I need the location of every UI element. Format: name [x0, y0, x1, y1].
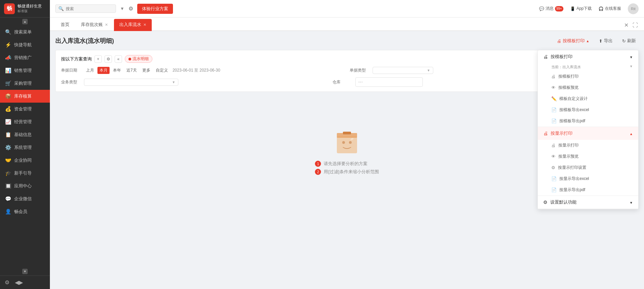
tab-flow-close[interactable]: ✕ [143, 23, 146, 27]
display-print-header[interactable]: 🖨 按显示打印 [538, 127, 638, 140]
template-current-label: 当前：出入库流水 ▼ [538, 63, 638, 71]
display-preview-item-label: 按显示预览 [558, 154, 579, 159]
sidebar-item-quicknav[interactable]: ⚡ 快捷导航 [0, 38, 50, 51]
sidebar-item-operations[interactable]: 📈 经营管理 [0, 115, 50, 128]
date-prev-month[interactable]: 上月 [84, 67, 96, 74]
sidebar-scroll-bottom[interactable]: ▼ [0, 267, 50, 275]
dropdown-arrow-icon: ▼ [120, 6, 124, 11]
step2-text: 用[过滤]条件来缩小分析范围 [324, 169, 379, 175]
date-more[interactable]: 更多 [140, 67, 152, 74]
sidebar-item-finance[interactable]: 💰 资金管理 [0, 103, 50, 115]
sidebar-item-purchase[interactable]: 🛒 采购管理 [0, 77, 50, 90]
display-print-section: 🖨 按显示打印 🖨 按显示打印 👁 按显示预览 [538, 127, 638, 196]
sidebar-item-label: 采购管理 [14, 80, 32, 86]
filter-add-btn[interactable]: + [94, 55, 102, 63]
sidebar-item-newbie[interactable]: 🎓 新手引导 [0, 167, 50, 180]
scroll-down-arrow[interactable]: ▼ [22, 269, 28, 274]
print-action-btn[interactable]: 🖨 按模板打印 ▲ [554, 36, 592, 45]
display-print-item[interactable]: 🖨 按显示打印 [538, 140, 638, 151]
empty-svg [330, 123, 364, 157]
template-preview-item[interactable]: 👁 按模板预览 [538, 82, 638, 93]
brand-name: 畅捷通好生意 [18, 4, 42, 9]
tab-batch[interactable]: 库存批次账 ✕ [76, 19, 113, 31]
template-print-item[interactable]: 🖨 按模板打印 [538, 71, 638, 82]
filter-warehouse-select[interactable]: ··· [355, 77, 423, 87]
scroll-up-arrow[interactable]: ▲ [22, 19, 28, 24]
tab-home[interactable]: 首页 [55, 19, 75, 31]
sidebar-item-label: 企业协同 [14, 157, 32, 163]
empty-illustration [330, 123, 364, 157]
tabbar-right: ✕ ⛶ [623, 21, 639, 30]
topbar-search-box[interactable]: 🔍 [55, 4, 116, 13]
display-settings-item[interactable]: ⚙ 按显示打印设置 [538, 162, 638, 173]
svg-rect-0 [337, 136, 357, 153]
trial-btn[interactable]: 体验行业方案 [137, 4, 173, 14]
sidebar-item-system[interactable]: ⚙️ 系统管理 [0, 141, 50, 154]
user-avatar[interactable]: Rit [628, 3, 639, 14]
template-custom-item[interactable]: ✏️ 模板自定义设计 [538, 93, 638, 104]
display-excel-item[interactable]: 📄 按显示导出excel [538, 173, 638, 184]
filter-header-label: 按以下方案查询 [61, 56, 92, 62]
export-label: 导出 [604, 38, 613, 44]
display-print-item-label: 按显示打印 [558, 142, 579, 148]
topbar-gear-icon[interactable]: ⚙ [128, 5, 133, 12]
msg-button[interactable]: 💬 消息 99+ [539, 6, 563, 11]
svg-point-3 [342, 141, 345, 144]
template-pdf-item[interactable]: 📄 按模板导出pdf [538, 115, 638, 127]
set-default-chevron [630, 200, 633, 205]
empty-steps: 1 请先选择要分析的方案 2 用[过滤]条件来缩小分析范围 [315, 161, 379, 175]
chat-icon: 💬 [5, 196, 11, 202]
current-template-arrow: ▼ [630, 64, 633, 68]
sidebar-item-appcenter[interactable]: 🔲 应用中心 [0, 180, 50, 192]
sidebar-item-label: 应用中心 [14, 183, 32, 189]
display-preview-item[interactable]: 👁 按显示预览 [538, 151, 638, 162]
service-button[interactable]: 🎧 在线客服 [598, 6, 621, 11]
sidebar-item-inventory[interactable]: 📦 库存核算 [0, 90, 50, 103]
filter-doctype-select[interactable]: ▼ [373, 67, 433, 74]
date-current-month[interactable]: 本月 [97, 67, 110, 74]
sidebar-item-sales[interactable]: 📊 销售管理 [0, 64, 50, 77]
filter-collapse-btn[interactable]: « [115, 55, 122, 63]
tab-flow[interactable]: 出入库流水 ✕ [114, 19, 152, 31]
filter-biztype-select[interactable]: ▼ [84, 79, 178, 86]
filter-settings-btn[interactable]: ⚙ [105, 55, 112, 63]
sidebar-item-search[interactable]: 🔍 搜索菜单 [0, 26, 50, 38]
sidebar-nav: 🔍 搜索菜单 ⚡ 快捷导航 📣 营销推广 📊 销售管理 🛒 采购管理 📦 库存核… [0, 26, 50, 267]
sidebar-item-base[interactable]: 📋 基础信息 [0, 128, 50, 141]
topbar-dropdown[interactable]: ▼ [120, 6, 124, 11]
sidebar-item-label: 新手引导 [14, 170, 32, 176]
date-custom[interactable]: 自定义 [154, 67, 170, 74]
display-pdf-item[interactable]: 📄 按显示导出pdf [538, 184, 638, 195]
date-current-year[interactable]: 本年 [111, 67, 123, 74]
sidebar-item-entweixin[interactable]: 💬 企业微信 [0, 192, 50, 205]
handshake-icon: 🤝 [5, 157, 11, 163]
filter-biztype-field: 业务类型 ▼ [61, 79, 327, 86]
tab-maximize-icon[interactable]: ⛶ [632, 22, 639, 29]
date-last7[interactable]: 近7天 [124, 67, 139, 74]
sidebar-item-marketing[interactable]: 📣 营销推广 [0, 51, 50, 64]
filter-tag[interactable]: 流水明细 [125, 55, 152, 63]
sidebar-item-member[interactable]: 👤 畅会员 [0, 205, 50, 218]
tab-batch-close[interactable]: ✕ [105, 23, 108, 27]
msg-badge: 99+ [555, 6, 563, 11]
collapse-footer-icon[interactable]: ◀▶ [15, 279, 23, 286]
sidebar-item-enterprise[interactable]: 🤝 企业协同 [0, 154, 50, 167]
date-range-text: 2023-06-01 至 2023-06-30 [173, 68, 220, 73]
refresh-action-btn[interactable]: ↻ 刷新 [619, 36, 639, 45]
step1-text: 请先选择要分析的方案 [324, 161, 368, 167]
set-default-header[interactable]: ⚙ 设置默认功能 [538, 196, 638, 209]
template-excel-item[interactable]: 📄 按模板导出excel [538, 104, 638, 115]
topbar-right: 💬 消息 99+ 📱 App下载 🎧 在线客服 Rit [539, 3, 639, 14]
settings-footer-icon[interactable]: ⚙ [5, 279, 9, 286]
printer-icon: 🖨 [557, 38, 561, 44]
tab-close-all-icon[interactable]: ✕ [623, 21, 629, 29]
set-default-icon: ⚙ [543, 200, 548, 205]
export-action-btn[interactable]: ⬆ 导出 [596, 36, 615, 45]
search-input[interactable] [66, 6, 106, 11]
sidebar-scroll-top[interactable]: ▲ [0, 18, 50, 26]
sidebar-item-label: 企业微信 [14, 196, 32, 202]
template-section-chevron [630, 54, 633, 59]
display-printer-icon: 🖨 [551, 143, 556, 148]
app-download-button[interactable]: 📱 App下载 [570, 6, 592, 11]
template-print-header[interactable]: 🖨 按模板打印 [538, 50, 638, 63]
